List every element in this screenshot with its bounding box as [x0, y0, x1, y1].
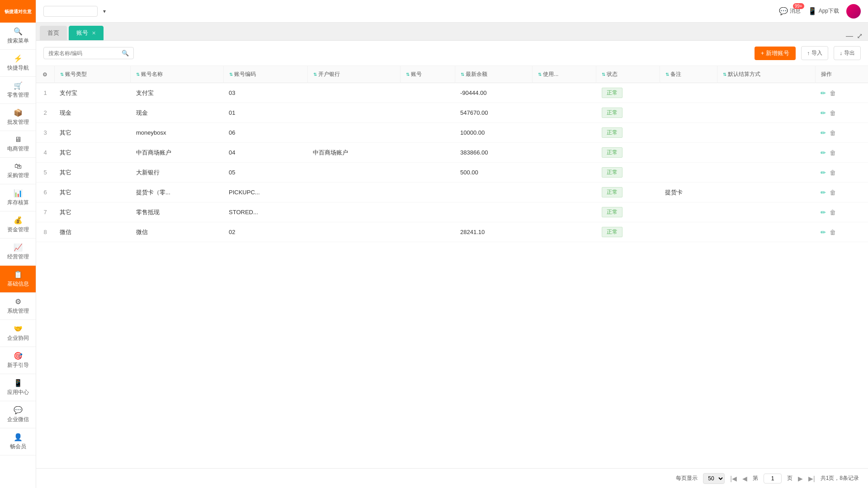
topbar-message[interactable]: 💬 消息 99+	[779, 7, 801, 15]
delete-icon[interactable]: 🗑	[830, 129, 836, 136]
user-avatar[interactable]	[846, 4, 861, 19]
sidebar-item-wholesale-manage[interactable]: 📦 批发管理	[0, 104, 36, 131]
member-icon: 👤	[14, 433, 23, 441]
edit-icon[interactable]: ✏	[821, 209, 826, 216]
delete-icon[interactable]: 🗑	[830, 109, 836, 117]
tab-accounts-close[interactable]: ✕	[92, 30, 96, 36]
row-remark	[660, 103, 717, 123]
row-balance: 28241.10	[455, 222, 533, 242]
sidebar-item-enterprise-wechat[interactable]: 💬 企业微信	[0, 401, 36, 428]
page-prev-btn[interactable]: ◀	[742, 475, 747, 482]
tab-accounts[interactable]: 账号 ✕	[69, 26, 104, 40]
row-account	[400, 183, 455, 202]
delete-icon[interactable]: 🗑	[830, 149, 836, 156]
sidebar-item-label: 快捷导航	[7, 64, 29, 72]
row-bank	[307, 163, 400, 183]
edit-icon[interactable]: ✏	[821, 89, 826, 97]
col-status[interactable]: ⇅状态	[596, 66, 660, 83]
topbar-search-input[interactable]	[43, 6, 98, 17]
page-input[interactable]	[764, 474, 782, 483]
row-actions: ✏ 🗑	[815, 163, 868, 183]
edit-icon[interactable]: ✏	[821, 169, 826, 176]
tab-minimize-icon[interactable]: —	[846, 32, 853, 40]
tab-actions: — ⤢	[840, 32, 868, 40]
ecommerce-icon: 🖥	[14, 136, 22, 144]
row-status: 正常	[596, 83, 660, 103]
topbar-app-download[interactable]: 📱 App下载	[808, 7, 839, 15]
page-last-btn[interactable]: ▶|	[808, 475, 815, 482]
accounts-table: ⚙ ⇅账号类型 ⇅账号名称 ⇅账号编码 ⇅开户银行 ⇅账号 ⇅最新余额 ⇅使用.…	[36, 66, 868, 242]
edit-icon[interactable]: ✏	[821, 109, 826, 117]
row-bank: 中百商场账户	[307, 143, 400, 163]
row-default-settlement	[717, 123, 815, 143]
export-button[interactable]: ↓ 导出	[834, 46, 861, 60]
sidebar-item-search-menu[interactable]: 🔍 搜索菜单	[0, 23, 36, 50]
sidebar-item-operations-manage[interactable]: 📈 经营管理	[0, 239, 36, 266]
sidebar-item-purchase-manage[interactable]: 🛍 采购管理	[0, 158, 36, 184]
table-row: 8 微信 微信 02 28241.10 正常 ✏ 🗑	[36, 222, 868, 242]
row-balance: 547670.00	[455, 103, 533, 123]
row-bank	[307, 123, 400, 143]
page-first-btn[interactable]: |◀	[730, 475, 737, 482]
col-settings[interactable]: ⚙	[36, 66, 54, 83]
edit-icon[interactable]: ✏	[821, 149, 826, 156]
sidebar-item-member[interactable]: 👤 畅会员	[0, 428, 36, 455]
sidebar-item-finance-manage[interactable]: 💰 资金管理	[0, 211, 36, 239]
sidebar-item-newbie-guide[interactable]: 🎯 新手引导	[0, 347, 36, 374]
col-type[interactable]: ⇅账号类型	[54, 66, 131, 83]
sidebar-item-ecommerce-manage[interactable]: 🖥 电商管理	[0, 131, 36, 158]
row-status: 正常	[596, 123, 660, 143]
add-account-button[interactable]: + 新增账号	[755, 47, 796, 60]
col-code[interactable]: ⇅账号编码	[223, 66, 307, 83]
row-actions: ✏ 🗑	[815, 222, 868, 242]
row-status: 正常	[596, 143, 660, 163]
col-name[interactable]: ⇅账号名称	[131, 66, 223, 83]
table-footer: 每页显示 50 |◀ ◀ 第 页 ▶ ▶| 共1页，8条记录	[36, 468, 868, 488]
edit-icon[interactable]: ✏	[821, 229, 826, 236]
sidebar-item-label: 新手引导	[7, 361, 29, 369]
row-no: 8	[36, 222, 54, 242]
sidebar-item-enterprise-agreement[interactable]: 🤝 企业协同	[0, 320, 36, 347]
row-account	[400, 222, 455, 242]
sidebar-item-inventory-check[interactable]: 📊 库存核算	[0, 184, 36, 211]
row-no: 5	[36, 163, 54, 183]
search-icon[interactable]: 🔍	[122, 50, 129, 56]
col-default-settlement[interactable]: ⇅默认结算方式	[717, 66, 815, 83]
account-search-input[interactable]	[48, 50, 122, 56]
row-type: 其它	[54, 123, 131, 143]
export-label: 导出	[844, 49, 855, 57]
row-type: 微信	[54, 222, 131, 242]
sidebar-item-app-center[interactable]: 📱 应用中心	[0, 374, 36, 401]
row-bank	[307, 183, 400, 202]
col-remark[interactable]: ⇅备注	[660, 66, 717, 83]
sidebar-item-basic-info[interactable]: 📋 基础信息	[0, 266, 36, 293]
sidebar-item-retail-manage[interactable]: 🛒 零售管理	[0, 77, 36, 104]
col-bank[interactable]: ⇅开户银行	[307, 66, 400, 83]
delete-icon[interactable]: 🗑	[830, 169, 836, 176]
row-code: 05	[223, 163, 307, 183]
import-label: 导入	[811, 49, 822, 57]
col-account[interactable]: ⇅账号	[400, 66, 455, 83]
page-next-btn[interactable]: ▶	[798, 475, 803, 482]
sidebar-item-quick-nav[interactable]: ⚡ 快捷导航	[0, 50, 36, 77]
col-balance[interactable]: ⇅最新余额	[455, 66, 533, 83]
edit-icon[interactable]: ✏	[821, 189, 826, 196]
app-icon: 📱	[808, 7, 817, 15]
row-name: 大新银行	[131, 163, 223, 183]
sidebar-item-system-manage[interactable]: ⚙ 系统管理	[0, 293, 36, 320]
app-download-label: App下载	[819, 7, 839, 15]
delete-icon[interactable]: 🗑	[830, 229, 836, 236]
col-usage[interactable]: ⇅使用...	[533, 66, 596, 83]
account-search-box[interactable]: 🔍	[43, 47, 134, 59]
import-button[interactable]: ↑ 导入	[801, 46, 828, 60]
row-type: 其它	[54, 143, 131, 163]
page-size-select[interactable]: 50	[703, 473, 725, 484]
export-icon: ↓	[840, 50, 842, 56]
tab-expand-icon[interactable]: ⤢	[857, 32, 863, 40]
delete-icon[interactable]: 🗑	[830, 189, 836, 196]
delete-icon[interactable]: 🗑	[830, 209, 836, 216]
tab-home[interactable]: 首页	[40, 26, 67, 40]
topbar-dropdown[interactable]: ▾	[103, 8, 106, 14]
edit-icon[interactable]: ✏	[821, 129, 826, 136]
delete-icon[interactable]: 🗑	[830, 89, 836, 97]
